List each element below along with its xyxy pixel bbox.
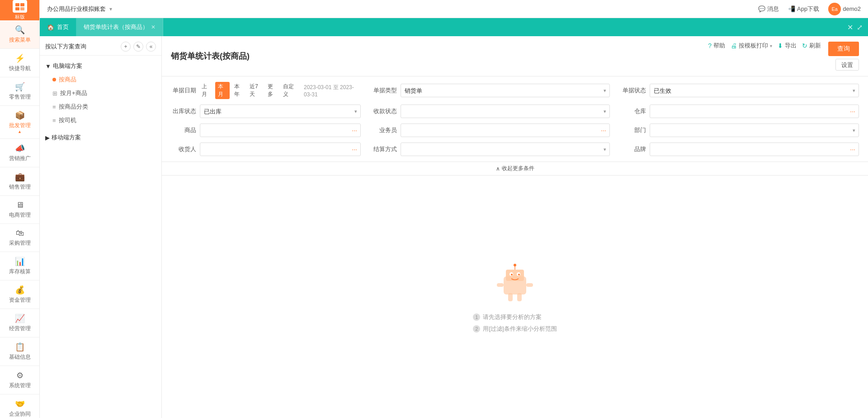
sidebar-item-purchase[interactable]: 🛍 采购管理	[0, 224, 39, 252]
filter-payment: 收款状态 ▾	[372, 104, 610, 118]
scheme-add-btn[interactable]: +	[121, 42, 131, 52]
sidebar-item-basicinfo[interactable]: 📋 基础信息	[0, 337, 39, 366]
message-icon: 💬	[758, 5, 765, 12]
svg-point-11	[514, 264, 516, 266]
receiver-input-wrap: ···	[200, 142, 361, 156]
date-btn-last-month[interactable]: 上月	[200, 82, 212, 99]
brand-label: 品牌	[621, 145, 646, 153]
sidebar-item-system[interactable]: ⚙ 系统管理	[0, 366, 39, 394]
sidebar-item-inventory[interactable]: 📊 库存核算	[0, 252, 39, 280]
tip-text-2: 用[过滤]条件来缩小分析范围	[483, 325, 557, 333]
sidebar-item-ecommerce[interactable]: 🖥 电商管理	[0, 196, 39, 224]
tab-controls: ✕ ⤢	[842, 18, 868, 36]
scheme-item-by-category-label: 按商品分类	[59, 103, 88, 111]
scheme-collapse-btn[interactable]: «	[146, 42, 156, 52]
topbar-title: 办公用品行业模拟账套	[47, 5, 106, 13]
sales-icon: 💼	[15, 172, 25, 182]
warehouse-input[interactable]	[650, 104, 859, 118]
settlement-select[interactable]	[401, 142, 610, 156]
close-all-icon[interactable]: ✕	[847, 23, 853, 32]
app-download-btn[interactable]: 📲 App下载	[788, 5, 819, 13]
product-input[interactable]	[200, 124, 361, 137]
tab-close-icon[interactable]: ✕	[151, 24, 156, 30]
sidebar-item-search[interactable]: 🔍 搜索菜单	[0, 20, 39, 49]
topbar: 办公用品行业模拟账套 ▾ 💬 消息 📲 App下载 Ea demo2	[40, 0, 868, 18]
scheme-edit-btn[interactable]: ✎	[133, 42, 143, 52]
warehouse-dots[interactable]: ···	[850, 108, 855, 115]
operations-icon: 📈	[15, 314, 25, 323]
warehouse-label: 仓库	[621, 107, 646, 115]
logo-icon	[13, 0, 27, 13]
receiver-dots[interactable]: ···	[352, 146, 357, 153]
sidebar-item-sales[interactable]: 💼 销售管理	[0, 167, 39, 196]
doc-type-select[interactable]: 销货单	[401, 84, 610, 97]
brand-dots[interactable]: ···	[850, 146, 855, 153]
refresh-btn[interactable]: ↻ 刷新	[802, 42, 821, 50]
date-btn-custom[interactable]: 自定义	[281, 82, 298, 99]
sidebar: 标版 🔍 搜索菜单 ⚡ 快捷导航 🛒 零售管理 📦 批发管理 ▲ 📣 营销推广 …	[0, 0, 40, 418]
retail-icon: 🛒	[15, 82, 25, 92]
filter-doc-type: 单据类型 销货单 ▾	[372, 84, 610, 97]
sidebar-item-enterprise-coop[interactable]: 🤝 企业协同	[0, 394, 39, 418]
sidebar-item-operations[interactable]: 📈 经营管理	[0, 309, 39, 337]
template-print-btn[interactable]: 🖨 按模板打印 ▾	[731, 42, 772, 50]
date-btn-7days[interactable]: 近7天	[248, 82, 263, 99]
tip-num-2: 2	[473, 325, 480, 332]
scheme-group-desktop[interactable]: ▼ 电脑端方案	[40, 59, 161, 73]
tab-sales-stats[interactable]: 销货单统计表（按商品） ✕	[76, 18, 163, 36]
sidebar-item-retail[interactable]: 🛒 零售管理	[0, 77, 39, 106]
svg-rect-1	[20, 3, 24, 6]
settlement-select-wrap: ▾	[401, 142, 610, 156]
svg-rect-2	[15, 7, 19, 10]
settings-btn[interactable]: 设置	[835, 59, 859, 71]
scheme-item-by-category[interactable]: ≡ 按商品分类	[40, 100, 161, 114]
outbound-select[interactable]: 已出库	[200, 104, 361, 118]
sidebar-item-wholesale[interactable]: 📦 批发管理 ▲	[0, 106, 39, 139]
help-btn[interactable]: ? 帮助	[708, 42, 725, 50]
refresh-icon: ↻	[802, 42, 807, 49]
scheme-item-by-cashier[interactable]: ≡ 按司机	[40, 114, 161, 127]
filter-brand: 品牌 ···	[621, 142, 859, 156]
sidebar-item-quicknav[interactable]: ⚡ 快捷导航	[0, 49, 39, 77]
user-menu[interactable]: Ea demo2	[828, 3, 861, 15]
scheme-group-mobile[interactable]: ▶ 移动端方案	[40, 131, 161, 144]
brand-input[interactable]	[650, 142, 859, 156]
collapse-up-icon: ∧	[496, 166, 500, 172]
tab-home[interactable]: 🏠 首页	[40, 18, 76, 36]
product-dots[interactable]: ···	[352, 127, 357, 134]
filter-outbound: 出库状态 已出库 ▾	[171, 104, 361, 118]
inventory-icon: 📊	[15, 256, 25, 266]
export-btn[interactable]: ⬇ 导出	[778, 42, 797, 50]
settlement-label: 结算方式	[372, 145, 397, 153]
purchase-icon: 🛍	[16, 228, 24, 238]
doc-status-select-wrap: 已生效 ▾	[650, 84, 859, 97]
date-btn-this-month[interactable]: 本月	[215, 82, 230, 99]
doc-status-select[interactable]: 已生效	[650, 84, 859, 97]
app-logo[interactable]: 标版	[0, 0, 40, 20]
doc-status-label: 单据状态	[621, 86, 646, 95]
template-print-label: 按模板打印	[739, 42, 768, 50]
message-btn[interactable]: 💬 消息	[758, 5, 779, 13]
export-label: 导出	[785, 42, 797, 50]
collapse-btn[interactable]: ∧ 收起更多条件	[496, 165, 534, 172]
sidebar-item-finance[interactable]: 💰 资金管理	[0, 280, 39, 309]
expand-icon[interactable]: ⤢	[857, 23, 863, 32]
list-icon-1: ≡	[52, 104, 56, 110]
department-select[interactable]	[650, 124, 859, 137]
date-btn-this-year[interactable]: 本年	[232, 82, 245, 99]
scheme-item-by-month-product[interactable]: ⊞ 按月+商品	[40, 86, 161, 100]
topbar-dropdown-icon[interactable]: ▾	[109, 6, 112, 12]
receiver-input[interactable]	[200, 142, 361, 156]
sidebar-item-marketing[interactable]: 📣 营销推广	[0, 139, 39, 167]
finance-label: 资金管理	[9, 296, 31, 304]
operations-label: 经营管理	[9, 325, 31, 332]
date-btn-more[interactable]: 更多	[266, 82, 278, 99]
salesperson-input[interactable]	[401, 124, 610, 137]
salesperson-dots[interactable]: ···	[601, 127, 606, 134]
payment-select[interactable]	[401, 104, 610, 118]
scheme-item-by-product[interactable]: 按商品	[40, 73, 161, 86]
date-quick-btns: 上月 本月 本年 近7天 更多 自定义	[200, 82, 298, 99]
date-label: 单据日期	[171, 86, 196, 95]
system-icon: ⚙	[16, 370, 24, 380]
query-btn[interactable]: 查询	[828, 42, 859, 56]
